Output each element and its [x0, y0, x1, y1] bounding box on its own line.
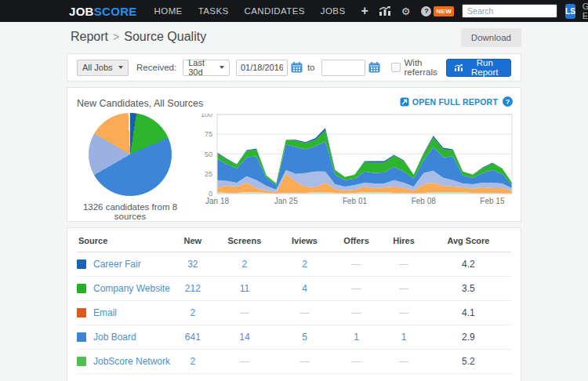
- avg-score-cell: 5.2: [426, 350, 511, 374]
- account-name: Galactic Empire: [583, 2, 588, 20]
- help-icon[interactable]: ? NEW: [421, 6, 454, 16]
- open-full-report-label: OPEN FULL REPORT: [412, 97, 498, 107]
- source-link[interactable]: JobScore Network: [93, 356, 170, 367]
- with-referrals-label: With referrals: [405, 58, 447, 77]
- nav-item-tasks[interactable]: TASKS: [198, 6, 229, 16]
- download-button[interactable]: Download: [461, 28, 521, 47]
- svg-text:50: 50: [205, 151, 212, 158]
- date-range-select[interactable]: Last 30d: [183, 60, 230, 76]
- source-color-swatch: [77, 332, 86, 342]
- source-link[interactable]: Job Board: [93, 332, 136, 343]
- nav-item-candidates[interactable]: CANDIDATES: [245, 6, 305, 16]
- search-input[interactable]: [462, 4, 557, 18]
- new-cell: 2: [175, 350, 211, 374]
- new-count-link[interactable]: 2: [191, 356, 196, 367]
- svg-text:Feb 08: Feb 08: [412, 197, 437, 205]
- offers-cell: —: [331, 350, 382, 374]
- logo-text-score: SCORE: [94, 5, 137, 18]
- date-range-value: Last 30d: [188, 58, 215, 77]
- empty-value: —: [352, 356, 361, 367]
- new-cell: 641: [175, 325, 211, 350]
- help-icon[interactable]: ?: [503, 96, 513, 107]
- empty-value: —: [299, 356, 309, 367]
- source-table-body: Career Fair3222——4.2Company Website21211…: [77, 252, 511, 381]
- add-icon[interactable]: +: [361, 5, 368, 17]
- svg-text:Feb 01: Feb 01: [343, 197, 368, 205]
- screens-count-link[interactable]: 14: [239, 332, 249, 343]
- screens-cell: —: [211, 301, 278, 325]
- screens-count-link[interactable]: 2: [242, 259, 248, 270]
- screens-cell: 14: [211, 325, 278, 350]
- area-chart: 0255075100Jan 18Jan 25Feb 01Feb 08Feb 15: [199, 114, 513, 206]
- avg-score-cell: 2.9: [426, 325, 511, 350]
- column-header-screens: Screens: [211, 228, 278, 252]
- iviews-count-link[interactable]: 2: [302, 259, 307, 270]
- iviews-count-link[interactable]: 4: [302, 283, 307, 294]
- source-color-swatch: [77, 284, 86, 293]
- empty-value: —: [399, 283, 408, 294]
- table-row: Other2202313123.8: [77, 374, 511, 381]
- screens-count-link[interactable]: 11: [240, 283, 249, 294]
- table-row: Career Fair3222——4.2: [77, 252, 511, 277]
- source-cell: Email: [77, 301, 175, 325]
- column-header-source: Source: [77, 228, 175, 252]
- jobs-filter-select[interactable]: All Jobs: [77, 60, 129, 76]
- offers-cell: —: [331, 277, 382, 301]
- new-count-link[interactable]: 641: [185, 332, 201, 343]
- offers-cell: 1: [331, 374, 382, 381]
- table-row: Job Board641145112.9: [77, 325, 511, 350]
- external-link-icon: [400, 97, 409, 107]
- source-table-card: SourceNewScreensIviewsOffersHiresAvg Sco…: [67, 227, 521, 381]
- run-report-button[interactable]: Run Report: [446, 59, 511, 77]
- nav-item-home[interactable]: HOME: [154, 6, 183, 16]
- table-header-row: SourceNewScreensIviewsOffersHiresAvg Sco…: [77, 228, 511, 252]
- source-cell: Other: [77, 374, 175, 381]
- avatar[interactable]: LS: [565, 4, 575, 19]
- source-cell: Career Fair: [77, 252, 175, 277]
- date-from-input[interactable]: [236, 60, 288, 76]
- breadcrumb-report-link[interactable]: Report: [71, 30, 108, 43]
- column-header-avg-score: Avg Score: [426, 228, 511, 252]
- source-color-swatch: [77, 259, 86, 269]
- gear-icon[interactable]: ⚙: [401, 6, 411, 16]
- offers-count-link[interactable]: 1: [354, 332, 359, 343]
- source-cell: JobScore Network: [77, 350, 175, 374]
- run-report-chart-icon: [455, 64, 463, 72]
- avg-score-value: 3.5: [462, 283, 475, 294]
- page-title: Source Quality: [124, 30, 206, 43]
- source-link[interactable]: Company Website: [93, 283, 170, 294]
- svg-text:75: 75: [205, 130, 212, 138]
- date-to-input[interactable]: [321, 60, 365, 76]
- help-question-glyph: ?: [421, 6, 431, 16]
- jobscore-logo[interactable]: JOBSCORE: [69, 5, 137, 18]
- new-badge: NEW: [434, 6, 454, 16]
- empty-value: —: [399, 259, 408, 270]
- calendar-icon[interactable]: [368, 62, 380, 73]
- new-count-link[interactable]: 32: [187, 259, 198, 270]
- iviews-cell: 13: [278, 374, 331, 381]
- run-report-label: Run Report: [467, 58, 503, 77]
- new-count-link[interactable]: 2: [191, 307, 196, 318]
- hires-count-link[interactable]: 1: [401, 332, 407, 343]
- empty-value: —: [299, 307, 309, 318]
- nav-item-jobs[interactable]: JOBS: [321, 6, 346, 16]
- with-referrals-checkbox[interactable]: [391, 63, 401, 72]
- calendar-icon[interactable]: [291, 62, 303, 73]
- avg-score-cell: 4.2: [426, 252, 511, 277]
- iviews-cell: 4: [278, 277, 331, 301]
- empty-value: —: [240, 356, 249, 367]
- reports-icon[interactable]: [379, 6, 390, 16]
- open-full-report-link[interactable]: OPEN FULL REPORT: [400, 97, 498, 107]
- source-link[interactable]: Career Fair: [93, 259, 141, 270]
- column-header-hires: Hires: [382, 228, 426, 252]
- avg-score-value: 4.1: [462, 307, 475, 318]
- source-link[interactable]: Email: [93, 307, 117, 318]
- caret-down-icon: [220, 66, 224, 69]
- pie-chart: [89, 113, 172, 196]
- new-count-link[interactable]: 212: [185, 283, 201, 294]
- iviews-count-link[interactable]: 5: [302, 332, 307, 343]
- new-cell: 32: [175, 252, 211, 277]
- empty-value: —: [399, 307, 408, 318]
- screens-cell: 11: [211, 277, 278, 301]
- iviews-cell: 2: [278, 252, 331, 277]
